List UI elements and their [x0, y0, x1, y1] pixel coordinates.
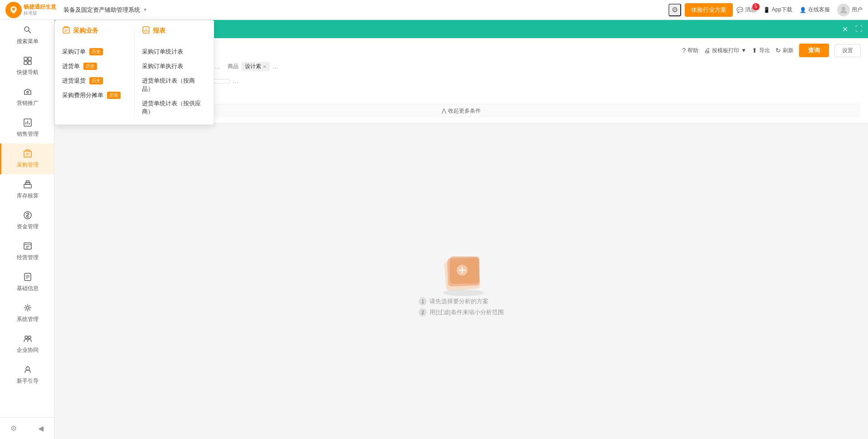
dropdown-item-inbound[interactable]: 进货单 历史	[62, 59, 127, 74]
sidebar-label-search-menu: 搜索菜单	[17, 38, 39, 45]
sidebar-item-basic-info[interactable]: 基础信息	[0, 267, 54, 298]
svg-rect-13	[24, 151, 31, 157]
svg-rect-39	[63, 28, 69, 33]
setting-button[interactable]: 设置	[834, 44, 861, 57]
newbie-icon	[23, 365, 32, 375]
svg-point-1	[842, 7, 845, 10]
collapse-icon: ⋀	[442, 108, 446, 114]
inbound-hist: 历史	[83, 63, 97, 70]
sidebar-item-inventory[interactable]: 库存核算	[0, 174, 54, 205]
sidebar-item-operation[interactable]: 经营管理	[0, 236, 54, 267]
svg-rect-16	[24, 184, 31, 188]
sidebar-item-capital[interactable]: 资金管理	[0, 205, 54, 236]
dropdown-report-section: 报表 采购订单统计表 采购订单执行表 进货单统计表（按商品） 进货单统计表（按供…	[134, 26, 214, 119]
refresh-item[interactable]: ↻ 刷新	[775, 47, 794, 54]
export-item[interactable]: ⬆ 导出	[752, 47, 770, 54]
bill-status-dots[interactable]: …	[215, 63, 220, 70]
service-icon: 👤	[800, 7, 806, 13]
svg-rect-18	[26, 181, 29, 183]
empty-hint-2: 2 用[过滤]条件来缩小分析范围	[419, 308, 503, 316]
message-item[interactable]: 💬 消息 5	[736, 6, 756, 14]
search-menu-icon	[23, 25, 32, 36]
svg-point-8	[27, 91, 29, 93]
sidebar-item-purchase[interactable]: 采购管理	[0, 143, 54, 174]
sidebar-item-newbie[interactable]: 新手引导	[0, 360, 54, 390]
top-bar: 畅捷通好生意 标准版 装备及固定资产辅助管理系统 ▼ ⚙ 体验行业方案 💬 消息…	[0, 0, 868, 20]
svg-line-3	[29, 31, 31, 33]
export-icon: ⬆	[752, 47, 757, 54]
phone-icon: 📱	[763, 7, 770, 13]
svg-point-28	[26, 306, 29, 309]
hint-text-1: 请先选择要分析的方案	[429, 297, 488, 306]
app-download-item[interactable]: 📱 App下载	[763, 6, 792, 14]
goods-tag-close[interactable]: ×	[263, 64, 266, 70]
system-title: 装备及固定资产辅助管理系统 ▼	[63, 6, 665, 14]
quick-nav-icon	[23, 56, 32, 67]
sidebar: 搜索菜单 快捷导航 营销推广 销售管理 采购管理	[0, 20, 54, 439]
sidebar-item-enterprise[interactable]: 企业协同	[0, 329, 54, 360]
print-icon: 🖨	[704, 47, 710, 54]
logo-main-name: 畅捷通好生意	[24, 4, 56, 10]
industry-btn[interactable]: 体验行业方案	[685, 3, 733, 17]
hint-num-1: 1	[419, 297, 427, 306]
sidebar-item-quick-nav[interactable]: 快捷导航	[0, 51, 54, 82]
enterprise-icon	[23, 334, 32, 345]
sidebar-label-enterprise: 企业协同	[17, 346, 39, 354]
gear-button[interactable]: ⚙	[668, 4, 681, 16]
svg-rect-7	[28, 61, 31, 64]
sidebar-item-marketing[interactable]: 营销推广	[0, 82, 54, 113]
dropdown-purchase-section: 采购业务 采购订单 历史 进货单 历史 进货退货 历史 采购费用分摊单 历史	[55, 26, 134, 119]
dropdown-purchase-title: 采购业务	[62, 26, 127, 39]
user-item[interactable]: 用户	[837, 4, 863, 16]
sidebar-label-system: 系统管理	[17, 316, 39, 323]
inbound-stats-supplier-label: 进货单统计表（按供应商）	[142, 99, 207, 116]
purchase-order-stats-label: 采购订单统计表	[142, 48, 183, 56]
help-item[interactable]: ? 帮助	[682, 47, 698, 54]
marketing-icon	[23, 87, 32, 98]
salesman-dots[interactable]: …	[233, 78, 239, 84]
purchase-icon	[23, 149, 32, 159]
report-section-icon	[142, 26, 150, 35]
dropdown-menu: 采购业务 采购订单 历史 进货单 历史 进货退货 历史 采购费用分摊单 历史 报…	[54, 20, 214, 125]
tab-close-window-btn[interactable]: ✕	[840, 23, 850, 35]
logo-icon	[5, 2, 22, 18]
goods-dots[interactable]: …	[273, 63, 278, 70]
logo-text: 畅捷通好生意 标准版	[24, 4, 56, 15]
empty-hints: 1 请先选择要分析的方案 2 用[过滤]条件来缩小分析范围	[419, 297, 503, 316]
sidebar-settings-btn[interactable]: ⚙	[7, 422, 20, 434]
query-button[interactable]: 查询	[799, 44, 829, 57]
purchase-order-exec-label: 采购订单执行表	[142, 62, 183, 70]
sidebar-collapse-btn[interactable]: ◀	[34, 422, 47, 434]
goods-tag: 设计素 ×	[241, 62, 270, 71]
dropdown-item-inbound-stats-supplier[interactable]: 进货单统计表（按供应商）	[142, 96, 207, 119]
dropdown-item-purchase-order-exec[interactable]: 采购订单执行表	[142, 59, 207, 74]
svg-rect-6	[24, 61, 27, 64]
dropdown-item-purchase-order-stats[interactable]: 采购订单统计表	[142, 44, 207, 59]
sales-icon	[23, 118, 32, 128]
sidebar-item-system[interactable]: 系统管理	[0, 298, 54, 329]
dropdown-item-purchase-order[interactable]: 采购订单 历史	[62, 44, 127, 59]
print-dropdown-icon: ▼	[741, 47, 746, 54]
message-icon: 💬	[736, 7, 743, 13]
sidebar-item-search-menu[interactable]: 搜索菜单	[0, 20, 54, 51]
top-right: 💬 消息 5 📱 App下载 👤 在线客服 用户	[736, 4, 863, 16]
online-service-item[interactable]: 👤 在线客服	[800, 6, 830, 14]
sidebar-label-newbie: 新手引导	[17, 377, 39, 385]
dropdown-item-inbound-stats-goods[interactable]: 进货单统计表（按商品）	[142, 74, 207, 96]
svg-point-2	[24, 27, 29, 31]
capital-icon	[23, 211, 32, 221]
svg-rect-4	[24, 57, 27, 60]
message-badge: 5	[752, 3, 760, 10]
purchase-order-label: 采购订单	[62, 48, 86, 56]
dropdown-item-purchase-expense[interactable]: 采购费用分摊单 历史	[62, 88, 127, 103]
inventory-icon	[23, 180, 32, 190]
dropdown-item-inbound-return[interactable]: 进货退货 历史	[62, 74, 127, 88]
goods-filter-group: 商品 设计素 × …	[228, 62, 278, 71]
inbound-stats-goods-label: 进货单统计表（按商品）	[142, 77, 207, 93]
print-item[interactable]: 🖨 按模板打印 ▼	[704, 47, 746, 54]
tab-maximize-btn[interactable]: ⛶	[853, 23, 864, 35]
sidebar-item-sales[interactable]: 销售管理	[0, 113, 54, 143]
inbound-return-label: 进货退货	[62, 77, 86, 85]
system-title-chevron[interactable]: ▼	[143, 7, 147, 12]
goods-tag-text: 设计素	[245, 63, 261, 70]
